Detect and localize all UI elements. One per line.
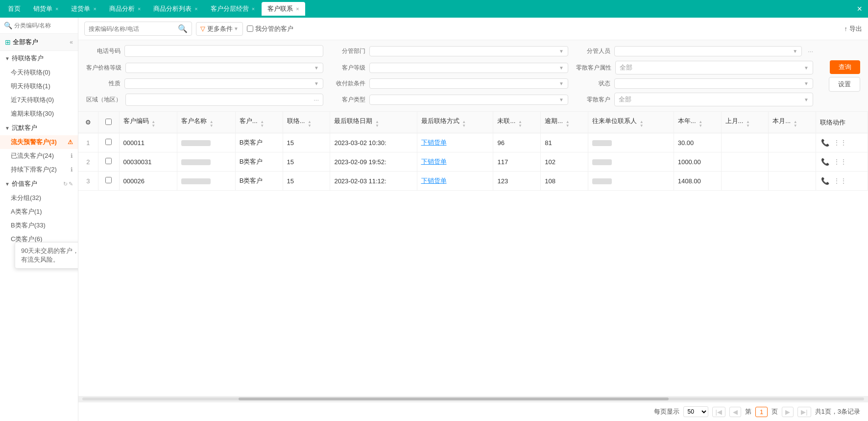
- sort-code[interactable]: ▲▼: [151, 120, 155, 128]
- search-input[interactable]: [89, 25, 178, 32]
- row-current-year: 1408.00: [674, 172, 721, 191]
- row-last-contact-method[interactable]: 下销货单: [417, 152, 493, 172]
- sort-contact-person[interactable]: ▲▼: [640, 120, 644, 128]
- phone-action-icon[interactable]: 📞: [821, 177, 829, 185]
- tab-close-product-list[interactable]: ×: [194, 6, 197, 12]
- sidebar-item-churned[interactable]: 已流失客户(24) ℹ: [0, 149, 78, 163]
- tab-sales-order[interactable]: 销货单 ×: [27, 2, 64, 16]
- scrollbar-thumb[interactable]: [239, 397, 669, 400]
- sidebar-item-type-a[interactable]: A类客户(1): [0, 205, 78, 219]
- filter-scatter-attr-select[interactable]: 全部 ▼: [615, 61, 813, 74]
- my-customers-checkbox-area[interactable]: 我分管的客户: [247, 25, 293, 33]
- col-settings[interactable]: ⚙: [78, 112, 98, 133]
- edit-icon[interactable]: ✎: [69, 181, 73, 187]
- tab-purchase-order[interactable]: 进货单 ×: [65, 2, 102, 16]
- filter-manager-select[interactable]: ▼: [614, 46, 802, 56]
- sidebar-item-type-b[interactable]: B类客户(33): [0, 219, 78, 232]
- row-checkbox-cell[interactable]: [98, 152, 119, 172]
- query-button[interactable]: 查询: [830, 60, 860, 74]
- filter-scatter-select[interactable]: 全部 ▼: [614, 93, 813, 106]
- my-customers-checkbox[interactable]: [247, 25, 253, 32]
- more-action-icon[interactable]: ⋮⋮: [833, 158, 847, 166]
- more-icon-manager[interactable]: ···: [808, 48, 813, 55]
- row-checkbox-cell[interactable]: [98, 133, 119, 152]
- more-action-icon[interactable]: ⋮⋮: [833, 177, 847, 185]
- sort-last-month[interactable]: ▲▼: [746, 120, 750, 128]
- sort-current-year[interactable]: ▲▼: [699, 120, 702, 128]
- export-button[interactable]: ↑ 导出: [844, 25, 863, 33]
- horizontal-scrollbar[interactable]: [78, 396, 868, 402]
- filter-price-level-select[interactable]: ▼: [125, 63, 323, 73]
- row-contact-person: ██: [588, 172, 674, 191]
- filter-customer-type-select[interactable]: ▼: [369, 95, 568, 105]
- filter-dept-select[interactable]: ▼: [369, 46, 568, 56]
- row-index: 2: [78, 152, 98, 172]
- sort-contact-count[interactable]: ▲▼: [308, 120, 312, 128]
- more-icon-region[interactable]: ···: [313, 96, 319, 103]
- pagination-next[interactable]: ▶: [782, 407, 794, 417]
- row-code: 000011: [119, 133, 177, 152]
- row-current-year: 30.00: [674, 133, 721, 152]
- sidebar-item-churn-warning[interactable]: 流失预警客户(3) ⚠: [0, 135, 78, 149]
- window-close-button[interactable]: ×: [853, 4, 866, 14]
- row-checkbox[interactable]: [105, 158, 112, 164]
- select-all-checkbox[interactable]: [105, 119, 112, 125]
- filter-status-select[interactable]: ▼: [614, 78, 813, 89]
- tab-product-analysis-list[interactable]: 商品分析列表 ×: [147, 2, 203, 16]
- table-row: 3 000026 ██████ B类客户 15 2023-02-03 11:12…: [78, 172, 868, 191]
- filter-customer-level-select[interactable]: ▼: [369, 63, 568, 73]
- settings-button[interactable]: 设置: [829, 77, 860, 92]
- pagination-prev[interactable]: ◀: [729, 407, 741, 417]
- sidebar-item-overdue-pending[interactable]: 逾期未联络(30): [0, 107, 78, 121]
- row-last-contact-method[interactable]: 下销货单: [417, 133, 493, 152]
- sort-last-method[interactable]: ▲▼: [462, 120, 466, 128]
- pagination-first[interactable]: |◀: [712, 407, 725, 417]
- tab-close-purchase-order[interactable]: ×: [93, 6, 96, 12]
- tab-customer-stratification[interactable]: 客户分层经营 ×: [205, 2, 261, 16]
- row-last-contact-method[interactable]: 下销货单: [417, 172, 493, 191]
- sidebar-item-tomorrow-pending[interactable]: 明天待联络(1): [0, 79, 78, 93]
- refresh-icon[interactable]: ↻: [63, 181, 68, 187]
- sidebar-group-header-pending[interactable]: ▼ 待联络客户: [0, 51, 78, 66]
- settings-icon[interactable]: ⚙: [85, 119, 91, 126]
- tab-home[interactable]: 首页: [2, 2, 26, 16]
- sidebar-item-declining[interactable]: 持续下滑客户(2) ℹ: [0, 163, 78, 176]
- sidebar-group-header-value[interactable]: ▼ 价值客户 ↻ ✎: [0, 176, 78, 191]
- row-checkbox[interactable]: [105, 177, 112, 183]
- phone-action-icon[interactable]: 📞: [821, 158, 829, 166]
- filter-scatter-attr: 零散客户属性 全部 ▼: [576, 61, 813, 74]
- tab-close-product-analysis[interactable]: ×: [138, 6, 141, 12]
- sidebar-all-customers[interactable]: ⊞ 全部客户 «: [0, 34, 78, 51]
- tab-close-customer-contact[interactable]: ×: [296, 6, 299, 12]
- sort-overdue[interactable]: ▲▼: [566, 120, 570, 128]
- filter-phone-input[interactable]: [124, 45, 323, 57]
- chevron-down-icon-dept: ▼: [559, 49, 564, 54]
- sidebar-item-week-pending[interactable]: 近7天待联络(0): [0, 93, 78, 107]
- filter-region-select[interactable]: ···: [125, 94, 323, 106]
- phone-action-icon[interactable]: 📞: [821, 139, 829, 147]
- row-checkbox-cell[interactable]: [98, 172, 119, 191]
- tab-customer-contact[interactable]: 客户联系 ×: [262, 2, 305, 16]
- tab-close-customer-strat[interactable]: ×: [252, 6, 255, 12]
- row-checkbox[interactable]: [105, 139, 112, 145]
- sort-current-month[interactable]: ▲▼: [794, 120, 797, 128]
- sidebar-search-input[interactable]: [14, 22, 78, 29]
- per-page-select[interactable]: 50 100 200: [683, 406, 708, 417]
- sort-name[interactable]: ▲▼: [210, 120, 214, 128]
- sort-last-date[interactable]: ▲▼: [375, 120, 379, 128]
- sort-not-contacted[interactable]: ▲▼: [518, 120, 522, 128]
- pagination-last[interactable]: ▶|: [797, 407, 811, 417]
- sidebar-collapse-icon[interactable]: «: [70, 39, 73, 46]
- filter-payment-select[interactable]: ▼: [369, 78, 568, 89]
- tab-product-analysis[interactable]: 商品分析 ×: [103, 2, 146, 16]
- tab-close-sales-order[interactable]: ×: [55, 6, 58, 12]
- sort-customer-type[interactable]: ▲▼: [260, 120, 264, 128]
- more-conditions-button[interactable]: ▽ 更多条件 ▼: [196, 22, 243, 36]
- more-action-icon[interactable]: ⋮⋮: [833, 139, 847, 147]
- search-button[interactable]: 🔍: [178, 24, 188, 33]
- sidebar-item-today-pending[interactable]: 今天待联络(0): [0, 66, 78, 79]
- sidebar-group-header-silent[interactable]: ▼ 沉默客户: [0, 121, 78, 135]
- filter-nature-select[interactable]: ▼: [124, 78, 323, 89]
- sidebar-item-ungrouped[interactable]: 未分组(32): [0, 191, 78, 205]
- col-checkbox[interactable]: [98, 112, 119, 133]
